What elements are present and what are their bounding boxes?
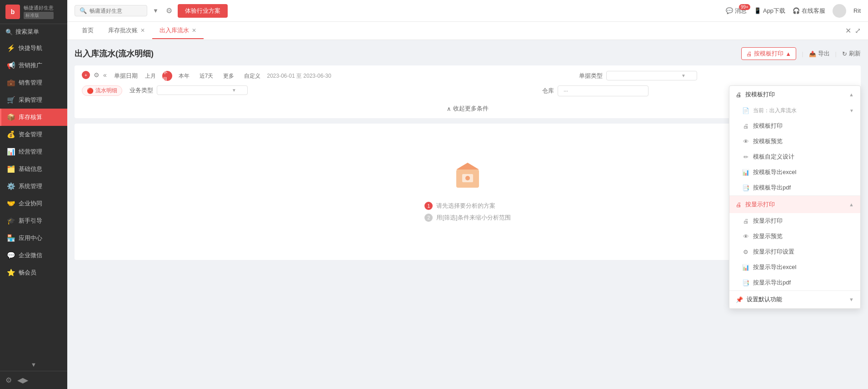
tab-flow-close[interactable]: ✕ <box>192 27 196 34</box>
divider1: | <box>802 50 803 57</box>
sidebar-item-operations[interactable]: 📊 经营管理 <box>0 143 67 160</box>
display-print-section-header[interactable]: 🖨 按显示打印 ▲ <box>729 196 860 213</box>
search-box[interactable]: 🔍 <box>75 5 147 16</box>
marketing-icon: 📢 <box>7 61 15 70</box>
sidebar-nav: ⚡ 快捷导航 📢 营销推广 💼 销售管理 🛒 采购管理 📦 库存核算 💰 <box>0 40 67 359</box>
display-print-icon: 🖨 <box>736 201 742 208</box>
print-icon: 🖨 <box>746 50 752 57</box>
tab-inventory-batch[interactable]: 库存批次账 ✕ <box>101 23 152 39</box>
template-preview-icon: 👁 <box>742 138 749 145</box>
sidebar-item-marketing[interactable]: 📢 营销推广 <box>0 57 67 74</box>
tab-flow[interactable]: 出入库流水 ✕ <box>152 23 204 39</box>
messages-btn[interactable]: 💬 消息 99+ <box>726 7 747 15</box>
guide-icon: 🎓 <box>7 217 15 225</box>
display-preview-icon: 👁 <box>742 233 749 240</box>
username-label[interactable]: Rit <box>853 7 861 14</box>
step-1-num: 1 <box>424 202 433 210</box>
filter-type-label: 单据类型 <box>579 72 603 80</box>
display-excel-icon: 📊 <box>742 264 749 271</box>
dropdown-current-item[interactable]: 📄 当前：出入库流水 ▼ <box>729 103 860 118</box>
filter-tag-custom[interactable]: 自定义 <box>240 71 264 81</box>
online-service-btn[interactable]: 🎧 在线客服 <box>793 7 825 15</box>
collapse-sidebar-icon[interactable]: ◀▶ <box>17 376 28 384</box>
display-export-pdf-item[interactable]: 📑 按显示导出pdf <box>729 275 860 290</box>
filter-date-range: 2023-06-01 至 2023-06-30 <box>267 72 331 80</box>
svg-marker-1 <box>456 163 479 170</box>
display-pdf-icon: 📑 <box>742 279 749 286</box>
filter-add-btn[interactable]: + <box>82 71 90 79</box>
template-print-item[interactable]: 🖨 按模板打印 <box>729 118 860 134</box>
finance-icon: 💰 <box>7 130 15 139</box>
print-dropdown-arrow[interactable]: ▲ <box>785 50 791 57</box>
sidebar-item-inventory[interactable]: 📦 库存核算 <box>0 109 67 126</box>
sidebar-bottom: ⚙ ◀▶ <box>0 371 67 389</box>
template-print-item-icon: 🖨 <box>742 122 749 130</box>
print-dropdown-panel: 🖨 按模板打印 ▲ 📄 当前：出入库流水 ▼ 🖨 按模板打印 <box>729 85 861 309</box>
topbar: 🔍 ▼ ⚙ 体验行业方案 💬 消息 99+ 📱 App下载 🎧 在线客服 <box>67 0 868 22</box>
template-export-excel-item[interactable]: 📊 按模板导出excel <box>729 165 860 180</box>
filter-date-group: 单据日期 上月 本月 本年 近7天 更多 自定义 2023-06-01 至 20… <box>114 71 572 81</box>
sidebar-item-sales[interactable]: 💼 销售管理 <box>0 74 67 91</box>
search-input[interactable] <box>90 8 135 14</box>
sidebar-item-enterprise-wechat[interactable]: 💬 企业微信 <box>0 247 67 264</box>
filter-setting-icon[interactable]: ⚙ <box>94 71 100 79</box>
sidebar-item-basic[interactable]: 🗂️ 基础信息 <box>0 160 67 178</box>
sidebar-item-quick-nav[interactable]: ⚡ 快捷导航 <box>0 40 67 57</box>
template-design-item[interactable]: ✏ 模板自定义设计 <box>729 149 860 165</box>
sidebar-item-enterprise[interactable]: 🤝 企业协同 <box>0 195 67 212</box>
filter-type-select[interactable]: ▼ <box>606 71 697 80</box>
sidebar-item-member[interactable]: ⭐ 畅会员 <box>0 264 67 281</box>
close-window-btn[interactable]: ✕ <box>845 26 851 35</box>
template-export-pdf-item[interactable]: 📑 按模板导出pdf <box>729 180 860 195</box>
type-dropdown-arrow: ▼ <box>681 73 686 78</box>
print-template-btn[interactable]: 🖨 按模板打印 ▲ <box>741 47 796 60</box>
export-btn[interactable]: 📤 导出 <box>809 50 830 58</box>
filter-chip-liushuimingxi[interactable]: 🔴 流水明细 <box>82 85 122 96</box>
template-preview-item[interactable]: 👁 按模板预览 <box>729 134 860 149</box>
quick-nav-icon: ⚡ <box>7 44 15 52</box>
filter-tag-7days[interactable]: 近7天 <box>196 71 217 81</box>
maximize-window-btn[interactable]: ⤢ <box>855 26 861 35</box>
trial-industry-btn[interactable]: 体验行业方案 <box>178 4 228 18</box>
filter-tag-this-year[interactable]: 本年 <box>175 71 193 81</box>
set-default-header[interactable]: 📌 设置默认功能 ▼ <box>729 291 860 308</box>
topbar-gear-icon[interactable]: ⚙ <box>166 6 172 15</box>
template-print-title: 🖨 按模板打印 <box>736 90 775 99</box>
sidebar-search[interactable]: 🔍 搜索菜单 <box>0 24 67 40</box>
display-export-excel-item[interactable]: 📊 按显示导出excel <box>729 259 860 275</box>
filter-tag-last-month[interactable]: 上月 <box>141 71 160 81</box>
warehouse-more-btn[interactable]: ··· <box>564 88 568 94</box>
page-title: 出入库流水(流水明细) <box>75 48 154 59</box>
sidebar-item-app-center[interactable]: 🏪 应用中心 <box>0 229 67 247</box>
filter-warehouse-select[interactable]: ··· <box>558 85 649 96</box>
search-dropdown-btn[interactable]: ▼ <box>153 7 159 14</box>
template-print-section-header[interactable]: 🖨 按模板打印 ▲ <box>729 86 860 103</box>
tabs-bar: 首页 库存批次账 ✕ 出入库流水 ✕ ✕ ⤢ <box>67 22 868 40</box>
filter-tag-this-month[interactable]: 本月 <box>162 71 172 81</box>
sidebar-item-finance[interactable]: 💰 资金管理 <box>0 126 67 143</box>
sidebar-item-system[interactable]: ⚙️ 系统管理 <box>0 178 67 195</box>
filter-warehouse-label: 仓库 <box>542 87 554 95</box>
template-design-icon: ✏ <box>742 153 749 160</box>
sidebar-item-guide[interactable]: 🎓 新手引导 <box>0 212 67 229</box>
tab-home[interactable]: 首页 <box>75 23 101 39</box>
empty-step-1: 1 请先选择要分析的方案 <box>424 202 510 210</box>
tab-inventory-batch-close[interactable]: ✕ <box>140 27 145 34</box>
display-preview-item[interactable]: 👁 按显示预览 <box>729 229 860 244</box>
template-current-icon: 📄 <box>742 107 749 115</box>
filter-collapse-icon[interactable]: « <box>103 71 107 79</box>
sidebar-scroll-down[interactable]: ▼ <box>0 359 67 371</box>
filter-tag-more[interactable]: 更多 <box>219 71 238 81</box>
filter-biz-type-select[interactable]: ▼ <box>157 85 248 95</box>
filter-type-group: 单据类型 ▼ <box>579 71 853 80</box>
display-print-settings-item[interactable]: ⚙ 按显示打印设置 <box>729 244 860 259</box>
export-icon: 📤 <box>809 50 816 57</box>
settings-icon[interactable]: ⚙ <box>5 376 12 384</box>
app-download-btn[interactable]: 📱 App下载 <box>754 7 785 15</box>
chip-icon: 🔴 <box>87 88 94 94</box>
display-print-item[interactable]: 🖨 按显示打印 <box>729 213 860 229</box>
sidebar-item-purchase[interactable]: 🛒 采购管理 <box>0 91 67 109</box>
refresh-btn[interactable]: ↻ 刷新 <box>842 50 861 58</box>
divider2: | <box>835 50 837 57</box>
user-avatar[interactable] <box>833 4 846 18</box>
